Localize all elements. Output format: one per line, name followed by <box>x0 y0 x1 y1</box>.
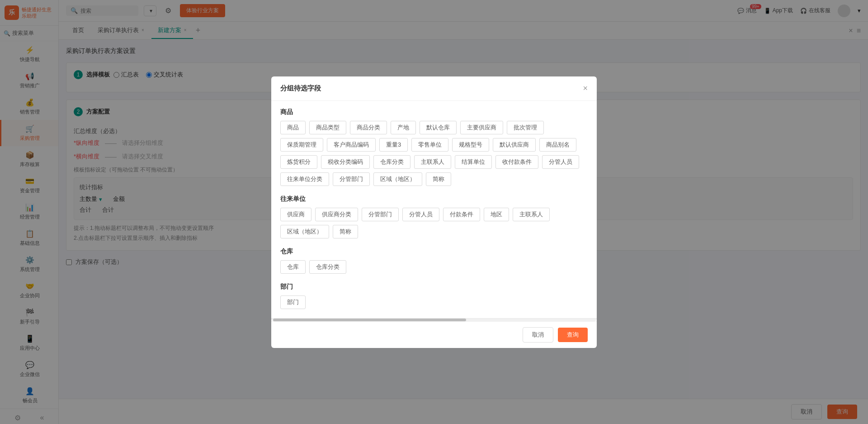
field-tag-产地[interactable]: 产地 <box>391 121 416 134</box>
field-tags-goods: 商品商品类型商品分类产地默认仓库主要供应商批次管理保质期管理客户商品编码重量3零… <box>280 121 588 186</box>
field-section-counterparts: 往来单位供应商供应商分类分管部门分管人员付款条件地区主联系人区域（地区）简称 <box>280 195 588 238</box>
field-section-title-goods: 商品 <box>280 108 588 116</box>
field-tag-主要供应商[interactable]: 主要供应商 <box>460 121 503 134</box>
field-tag-税收分类编码[interactable]: 税收分类编码 <box>321 155 370 169</box>
field-tags-counterparts: 供应商供应商分类分管部门分管人员付款条件地区主联系人区域（地区）简称 <box>280 208 588 238</box>
field-tag-仓库分类[interactable]: 仓库分类 <box>373 155 410 169</box>
field-tag-保质期管理[interactable]: 保质期管理 <box>280 138 323 152</box>
field-section-title-counterparts: 往来单位 <box>280 195 588 203</box>
field-tag-默认供应商[interactable]: 默认供应商 <box>493 138 536 152</box>
field-section-title-warehouse: 仓库 <box>280 248 588 256</box>
field-tag-供应商[interactable]: 供应商 <box>280 208 311 221</box>
field-tags-warehouse: 仓库仓库分类 <box>280 260 588 274</box>
modal-dialog: 分组待选字段 × 商品商品商品类型商品分类产地默认仓库主要供应商批次管理保质期管… <box>271 76 597 348</box>
modal-close-icon[interactable]: × <box>583 84 588 93</box>
modal-cancel-button[interactable]: 取消 <box>523 327 553 343</box>
field-tag-商品[interactable]: 商品 <box>280 121 306 134</box>
field-tag-分管部门[interactable]: 分管部门 <box>333 172 370 186</box>
field-tag-主联系人[interactable]: 主联系人 <box>513 208 550 221</box>
field-tag-仓库分类[interactable]: 仓库分类 <box>309 260 346 274</box>
modal-header: 分组待选字段 × <box>271 76 597 101</box>
field-tag-简称[interactable]: 简称 <box>426 172 451 186</box>
field-tag-地区[interactable]: 地区 <box>484 208 509 221</box>
field-section-goods: 商品商品商品类型商品分类产地默认仓库主要供应商批次管理保质期管理客户商品编码重量… <box>280 108 588 186</box>
field-tag-往来单位分类[interactable]: 往来单位分类 <box>280 172 329 186</box>
field-tag-主联系人[interactable]: 主联系人 <box>414 155 451 169</box>
field-section-department: 部门部门 <box>280 283 588 309</box>
field-tag-结算单位[interactable]: 结算单位 <box>455 155 492 169</box>
modal-hscroll[interactable] <box>271 318 597 321</box>
field-section-warehouse: 仓库仓库仓库分类 <box>280 248 588 274</box>
field-tag-分管人员[interactable]: 分管人员 <box>542 155 579 169</box>
field-tag-商品分类[interactable]: 商品分类 <box>350 121 387 134</box>
modal-body: 商品商品商品类型商品分类产地默认仓库主要供应商批次管理保质期管理客户商品编码重量… <box>271 101 597 318</box>
modal-overlay: 分组待选字段 × 商品商品商品类型商品分类产地默认仓库主要供应商批次管理保质期管… <box>0 0 868 424</box>
field-tag-付款条件[interactable]: 付款条件 <box>443 208 480 221</box>
field-tag-简称[interactable]: 简称 <box>333 225 358 238</box>
field-tag-重量3[interactable]: 重量3 <box>379 138 408 152</box>
field-tags-department: 部门 <box>280 295 588 309</box>
modal-footer: 取消 查询 <box>271 321 597 348</box>
field-tag-商品类型[interactable]: 商品类型 <box>309 121 346 134</box>
field-section-title-department: 部门 <box>280 283 588 291</box>
field-tag-规格型号[interactable]: 规格型号 <box>452 138 489 152</box>
field-tag-炼货积分[interactable]: 炼货积分 <box>280 155 317 169</box>
modal-confirm-button[interactable]: 查询 <box>558 328 588 342</box>
field-tag-仓库[interactable]: 仓库 <box>280 260 306 274</box>
field-tag-批次管理[interactable]: 批次管理 <box>507 121 544 134</box>
field-tag-供应商分类[interactable]: 供应商分类 <box>315 208 358 221</box>
field-tag-部门[interactable]: 部门 <box>280 295 306 309</box>
field-tag-零售单位[interactable]: 零售单位 <box>411 138 448 152</box>
field-tag-收付款条件[interactable]: 收付款条件 <box>495 155 538 169</box>
field-tag-区域（地区）[interactable]: 区域（地区） <box>280 225 329 238</box>
field-tag-区域（地区）[interactable]: 区域（地区） <box>373 172 422 186</box>
field-tag-商品别名[interactable]: 商品别名 <box>539 138 576 152</box>
modal-title: 分组待选字段 <box>280 84 321 93</box>
field-tag-客户商品编码[interactable]: 客户商品编码 <box>327 138 376 152</box>
field-tag-默认仓库[interactable]: 默认仓库 <box>420 121 457 134</box>
field-tag-分管人员[interactable]: 分管人员 <box>402 208 439 221</box>
field-tag-分管部门[interactable]: 分管部门 <box>362 208 399 221</box>
